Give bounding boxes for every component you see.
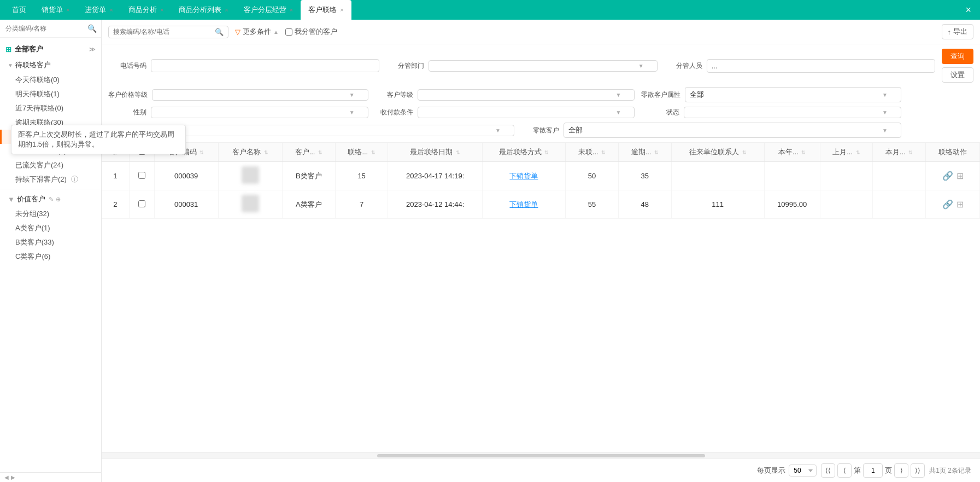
info-icon3: ⓘ: [71, 175, 78, 183]
page-first-btn[interactable]: ⟨⟨: [821, 463, 835, 478]
this-year-sort-icon[interactable]: ⇅: [801, 150, 806, 155]
sidebar-resize-right[interactable]: ▶: [11, 474, 15, 480]
sidebar-resize-left[interactable]: ◀: [4, 474, 9, 480]
category-sort-icon[interactable]: ⇅: [318, 150, 322, 155]
arrow-down-icon: ▼: [8, 62, 13, 68]
not-contact-sort-icon[interactable]: ⇅: [601, 150, 606, 155]
page-last-btn[interactable]: ⟩⟩: [911, 463, 925, 478]
dept-select[interactable]: ▼: [429, 60, 657, 72]
close-customer-segment-tab[interactable]: ×: [290, 7, 293, 13]
sidebar-7days-pending[interactable]: 近7天待联络(0): [0, 101, 101, 115]
filter-search-icon[interactable]: 🔍: [215, 28, 224, 36]
top-navigation: 首页 销货单 × 进货单 × 商品分析 × 商品分析列表 × 客户分层经营 × …: [0, 0, 980, 20]
row2-unit-contact: 111: [671, 190, 764, 219]
code-sort-icon[interactable]: ⇅: [199, 150, 204, 155]
nav-purchase[interactable]: 进货单 ×: [77, 0, 120, 20]
status-select[interactable]: ▼: [684, 107, 901, 118]
chevron-up-icon: ▲: [273, 29, 279, 35]
customer-grade-select[interactable]: ▼: [418, 89, 635, 101]
row1-last-method[interactable]: 下销货单: [482, 162, 565, 190]
overdue-sort-icon[interactable]: ⇅: [654, 150, 659, 155]
row1-checkbox-input[interactable]: [138, 172, 145, 179]
nav-analysis[interactable]: 商品分析 ×: [121, 0, 171, 20]
sidebar-today-pending[interactable]: 今天待联络(0): [0, 73, 101, 87]
row2-actions: 🔗 ⊞: [926, 190, 980, 219]
sidebar-valuable-group-label[interactable]: ▼ 价值客户 ✎ ⊕: [0, 191, 101, 207]
more-conditions-btn[interactable]: ▽ 更多条件 ▲: [235, 27, 279, 37]
price-grade-select[interactable]: ▼: [152, 89, 368, 101]
close-sales-tab[interactable]: ×: [66, 7, 69, 13]
col-last-method-header: 最后联络方式 ⇅: [482, 143, 565, 162]
sidebar-tomorrow-pending[interactable]: 明天待联络(1): [0, 87, 101, 101]
sidebar-ungrouped[interactable]: 未分组(32): [0, 207, 101, 221]
row2-method-link[interactable]: 下销货单: [509, 200, 538, 208]
close-purchase-tab[interactable]: ×: [109, 7, 113, 13]
page-next-btn[interactable]: ⟩: [894, 463, 908, 478]
sidebar-c-class[interactable]: C类客户(6): [0, 249, 101, 264]
sidebar-a-class[interactable]: A类客户(1): [0, 221, 101, 235]
row1-link-icon[interactable]: 🔗: [942, 171, 953, 181]
close-customer-contact-tab[interactable]: ×: [340, 7, 343, 13]
row2-grid-icon[interactable]: ⊞: [956, 199, 964, 210]
pagination-bar: 每页显示 20 50 100 200 ⟨⟨ ⟨ 第 页 ⟩ ⟩⟩ 共1页 2条记…: [102, 458, 980, 482]
last-date-sort-icon[interactable]: ⇅: [456, 150, 460, 155]
unit-contact-sort-icon[interactable]: ⇅: [742, 150, 747, 155]
horizontal-scrollbar[interactable]: [102, 452, 980, 458]
row2-link-icon[interactable]: 🔗: [942, 199, 953, 210]
contact-sort-icon[interactable]: ⇅: [371, 150, 375, 155]
close-analysis-list-tab[interactable]: ×: [225, 7, 228, 13]
sidebar-b-class[interactable]: B类客户(33): [0, 235, 101, 249]
row2-last-method[interactable]: 下销货单: [482, 190, 565, 219]
last-month-sort-icon[interactable]: ⇅: [856, 150, 860, 155]
row1-method-link[interactable]: 下销货单: [509, 172, 538, 180]
row1-grid-icon[interactable]: ⊞: [956, 171, 964, 181]
set-button[interactable]: 设置: [942, 67, 973, 83]
nav-analysis-list[interactable]: 商品分析列表 ×: [171, 0, 236, 20]
my-customers-checkbox[interactable]: [285, 28, 292, 36]
query-button[interactable]: 查询: [942, 49, 973, 64]
retail-customer-select[interactable]: 全部 ▼: [564, 123, 901, 138]
nav-customer-segment[interactable]: 客户分层经营 ×: [236, 0, 301, 20]
export-button[interactable]: ↑ 导出: [942, 24, 974, 39]
payment-select[interactable]: ▼: [418, 107, 635, 118]
edit-icon[interactable]: ✎: [49, 196, 54, 203]
col-name-header: 客户名称 ⇅: [218, 143, 282, 162]
page-input[interactable]: [863, 463, 883, 478]
page-prev-btn[interactable]: ⟨: [837, 463, 852, 478]
last-method-sort-icon[interactable]: ⇅: [544, 150, 549, 155]
name-sort-icon[interactable]: ⇅: [264, 150, 268, 155]
nav-home[interactable]: 首页: [4, 0, 34, 20]
phone-input[interactable]: [151, 59, 379, 72]
sidebar-search-input[interactable]: [5, 25, 87, 32]
dept-select-wrap: ▼: [429, 60, 657, 72]
row1-last-date: 2023-04-17 14:19:: [388, 162, 482, 190]
sidebar-pending-group-label[interactable]: ▼ 待联络客户: [0, 57, 101, 73]
nav-customer-contact[interactable]: 客户联络 ×: [301, 0, 351, 20]
filter-icon: ▽: [235, 28, 240, 36]
add-icon[interactable]: ⊕: [56, 196, 61, 203]
this-month-sort-icon[interactable]: ⇅: [908, 150, 913, 155]
sidebar-declining-customers[interactable]: 持续下滑客户(2) ⓘ: [0, 172, 101, 187]
row2-checkbox-input[interactable]: [138, 200, 145, 207]
row1-action-icons: 🔗 ⊞: [931, 171, 974, 181]
staff-select[interactable]: ...: [707, 59, 935, 73]
customer-type-select[interactable]: ▼: [177, 125, 514, 136]
retail-attr-select[interactable]: 全部 ▼: [685, 87, 901, 102]
table-row: 2 000031 A类客户 7 2023-04-12 14:44: 下销货单 5…: [102, 190, 980, 219]
gender-select[interactable]: ▼: [151, 107, 368, 118]
row2-checkbox[interactable]: [129, 190, 154, 219]
my-customers-filter: 我分管的客户: [285, 27, 337, 37]
filter-retail-attr: 零散客户属性 全部 ▼: [641, 87, 901, 102]
filter-row-2: 客户价格等级 ▼ 客户等级 ▼: [108, 87, 973, 102]
sidebar-collapse-btn[interactable]: ≫: [89, 46, 96, 53]
sidebar-all-customers[interactable]: ⊞ 全部客户 ≫: [0, 41, 101, 57]
scroll-thumb[interactable]: [377, 454, 705, 457]
page-size-select[interactable]: 20 50 100 200: [789, 464, 817, 477]
nav-sales[interactable]: 销货单 ×: [34, 0, 77, 20]
sidebar-lost-customers[interactable]: 已流失客户(24): [0, 158, 101, 172]
row1-checkbox[interactable]: [129, 162, 154, 190]
filter-search-input[interactable]: [113, 28, 215, 36]
sidebar-search-icon[interactable]: 🔍: [87, 24, 97, 33]
window-close-button[interactable]: ×: [961, 4, 976, 16]
close-analysis-tab[interactable]: ×: [160, 7, 163, 13]
